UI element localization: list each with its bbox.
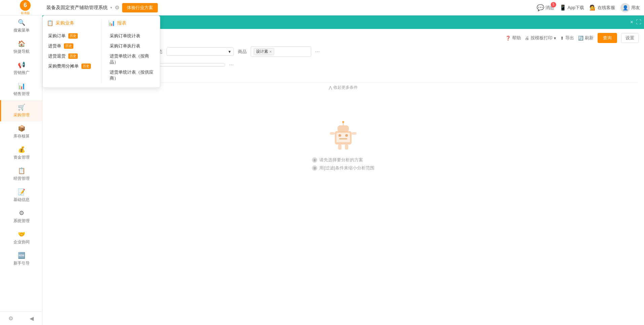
svg-rect-4: [339, 138, 347, 139]
menu-item-incoming[interactable]: 进货单 历史: [47, 41, 95, 51]
sidebar-item-purchase[interactable]: 🛒 采购管理: [0, 100, 42, 121]
enterprise-icon: 🤝: [18, 231, 25, 238]
goods-tag-close-icon[interactable]: ×: [270, 49, 272, 54]
sidebar-item-inventory[interactable]: 📦 库存核算: [0, 121, 42, 143]
refresh-btn[interactable]: 🔄 刷新: [578, 35, 594, 41]
empty-state: ① 请先选择要分析的方案 ② 用[过滤]条件来缩小分析范围: [42, 92, 644, 198]
sidebar-item-enterprise-label: 企业协同: [13, 239, 30, 245]
purchase-order-label: 采购订单: [48, 33, 66, 39]
business-title-icon: 📋: [47, 20, 53, 26]
collapse-label: 收起更多条件: [333, 85, 358, 90]
menu-item-return[interactable]: 进货退货 历史: [47, 51, 95, 61]
user-label: 用友: [631, 5, 640, 11]
refresh-icon: 🔄: [578, 36, 583, 41]
report-title-text: 报表: [117, 20, 127, 26]
menu-item-order-stat[interactable]: 采购订单统计表: [108, 31, 156, 41]
inventory-icon: 📦: [18, 125, 25, 132]
sidebar-item-finance[interactable]: 💰 资金管理: [0, 143, 42, 164]
svg-rect-9: [337, 125, 349, 132]
goods-select[interactable]: 设计素 ×: [251, 46, 311, 57]
menu-item-order-exec[interactable]: 采购订单执行表: [108, 41, 156, 51]
print-btn[interactable]: 🖨 按模板打印 ▾: [525, 35, 556, 41]
menu-item-incoming-stat-goods[interactable]: 进货单统计表（按商品）: [108, 51, 156, 67]
sidebar-item-search[interactable]: 🔍 搜索菜单: [0, 15, 42, 37]
sidebar-item-system[interactable]: ⚙ 系统管理: [0, 206, 42, 227]
system-dropdown-arrow[interactable]: ▾: [110, 6, 112, 9]
query-btn[interactable]: 查询: [598, 33, 617, 43]
sidebar-item-finance-label: 资金管理: [13, 155, 30, 160]
industry-button[interactable]: 体验行业方案: [122, 3, 158, 12]
logo-text: 标准版: [21, 11, 30, 15]
tab-close-all-icon[interactable]: ×: [630, 19, 633, 25]
order-exec-label: 采购订单执行表: [110, 43, 140, 49]
salesman-select[interactable]: [158, 63, 225, 67]
incoming-stat-supplier-label: 进货单统计表（按供应商）: [110, 69, 155, 81]
settings-btn[interactable]: 设置: [621, 33, 639, 43]
sidebar-item-guide[interactable]: 🆕 新手引导: [0, 248, 42, 270]
empty-text: ① 请先选择要分析的方案 ② 用[过滤]条件来缩小分析范围: [312, 157, 374, 171]
help-label: 帮助: [512, 35, 521, 41]
purchase-icon: 🛒: [18, 104, 25, 111]
salesman-more-dots[interactable]: ···: [229, 62, 234, 68]
order-stat-label: 采购订单统计表: [110, 33, 140, 39]
svg-point-11: [342, 121, 344, 123]
finance-icon: 💰: [18, 146, 25, 153]
sidebar-settings-icon[interactable]: ⚙: [8, 315, 13, 322]
voucher-status-select[interactable]: ▾: [167, 47, 234, 56]
online-service-btn[interactable]: 💁 在线客服: [589, 4, 615, 11]
sidebar-item-inventory-label: 库存核算: [13, 133, 30, 139]
sidebar-item-search-label: 搜索菜单: [13, 28, 30, 33]
menu-item-incoming-stat-supplier[interactable]: 进货单统计表（按供应商）: [108, 67, 156, 83]
empty-hint-2: ② 用[过滤]条件来缩小分析范围: [312, 165, 374, 171]
menu-divider: [101, 20, 102, 83]
marketing-icon: 📢: [18, 61, 25, 69]
header-right: 💬 5 消息 📱 App下载 💁 在线客服 👤 用友: [537, 3, 640, 12]
messages-btn[interactable]: 💬 5 消息: [537, 4, 554, 11]
sidebar-item-quicknav[interactable]: 🏠 快捷导航: [0, 37, 42, 58]
collapse-btn[interactable]: ⋀ 收起更多条件: [329, 85, 358, 90]
messages-badge: 5: [551, 2, 556, 7]
incoming-label: 进货单: [48, 43, 61, 49]
bullet-2: ②: [312, 165, 317, 171]
goods-more-dots[interactable]: ···: [315, 49, 320, 55]
print-dropdown-icon: ▾: [554, 36, 556, 41]
hint-2-text: 用[过滤]条件来缩小分析范围: [319, 165, 374, 171]
goods-tag: 设计素 ×: [254, 48, 274, 55]
print-label: 按模板打印: [531, 35, 552, 41]
svg-rect-7: [330, 132, 335, 135]
sidebar-item-sales-label: 销售管理: [13, 91, 30, 97]
user-btn[interactable]: 👤 用友: [620, 3, 640, 12]
empty-svg: [326, 119, 360, 153]
return-badge: 历史: [68, 53, 78, 59]
system-settings-icon[interactable]: ⚙: [115, 4, 119, 11]
sidebar-item-guide-label: 新手引导: [13, 260, 30, 266]
logo-area: 6 标准版: [4, 0, 46, 15]
sidebar-item-basicinfo[interactable]: 📝 基础信息: [0, 185, 42, 206]
business-title-text: 采购业务: [56, 20, 74, 26]
system-name-area: 装备及固定资产辅助管理系统 ▾ ⚙ 体验行业方案: [46, 3, 537, 12]
tab-fullscreen-icon[interactable]: ⛶: [636, 19, 641, 25]
menu-item-expense[interactable]: 采购费用分摊单 历史: [47, 61, 95, 71]
sidebar-collapse-icon[interactable]: ◀: [30, 315, 34, 322]
sidebar-item-sales[interactable]: 📊 销售管理: [0, 79, 42, 100]
goods-label: 商品: [238, 49, 247, 55]
sales-icon: 📊: [18, 82, 25, 90]
tab-bar-actions: × ⛶: [630, 19, 641, 25]
sidebar-item-marketing[interactable]: 📢 营销推广: [0, 58, 42, 79]
app-download-label: App下载: [568, 5, 584, 11]
logo-icon: 6: [20, 0, 31, 11]
home-icon: 🏠: [18, 40, 25, 47]
app-download-btn[interactable]: 📱 App下载: [560, 4, 584, 11]
sidebar-item-enterprise[interactable]: 🤝 企业协同: [0, 227, 42, 248]
sidebar-item-system-label: 系统管理: [13, 218, 30, 224]
export-btn[interactable]: ⬆ 导出: [560, 35, 574, 41]
sidebar-item-purchase-label: 采购管理: [13, 112, 30, 118]
return-label: 进货退货: [48, 53, 66, 59]
empty-illustration: [326, 119, 360, 153]
guide-icon: 🆕: [18, 252, 25, 259]
help-btn[interactable]: ❓ 帮助: [505, 35, 521, 41]
search-icon: 🔍: [18, 19, 25, 26]
menu-item-purchase-order[interactable]: 采购订单 历史: [47, 31, 95, 41]
sidebar-item-operations[interactable]: 📋 经营管理: [0, 164, 42, 185]
goods-tag-value: 设计素: [256, 49, 268, 54]
